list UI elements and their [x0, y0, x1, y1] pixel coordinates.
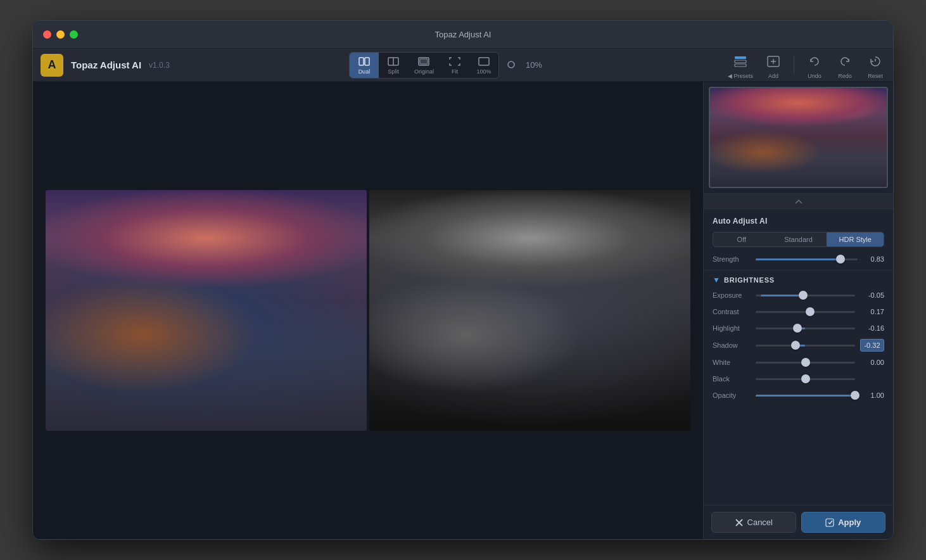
undo-button[interactable] — [804, 51, 825, 72]
apply-icon — [825, 518, 834, 527]
shadow-slider[interactable] — [756, 340, 855, 351]
brightness-title: BRIGHTNESS — [724, 276, 775, 284]
opacity-row: Opacity 1.00 — [713, 390, 884, 401]
window-controls — [43, 30, 78, 39]
shadow-label: Shadow — [713, 341, 751, 349]
app-version-label: v1.0.3 — [149, 61, 170, 70]
presets-label: ◀ Presets — [728, 73, 753, 79]
exposure-slider[interactable] — [756, 290, 855, 301]
highlight-row: Highlight -0.16 — [713, 322, 884, 334]
canvas-area — [33, 82, 703, 539]
exposure-value: -0.05 — [860, 291, 884, 299]
top-right-tools: ◀ Presets Add — [728, 51, 885, 79]
redo-tool-group: Redo — [835, 51, 855, 79]
preview-section — [704, 82, 893, 194]
redo-icon — [839, 56, 851, 67]
zoom100-icon — [478, 56, 490, 67]
presets-tool-group: ◀ Presets — [728, 51, 753, 79]
apply-button[interactable]: Apply — [801, 512, 886, 533]
panel-collapse-button[interactable] — [704, 194, 893, 209]
shadow-value: -0.32 — [860, 339, 884, 352]
white-slider[interactable] — [756, 357, 855, 368]
mode-standard-button[interactable]: Standard — [770, 232, 827, 246]
undo-icon — [809, 56, 820, 67]
maximize-button[interactable] — [70, 30, 78, 39]
split-icon — [388, 56, 399, 67]
svg-rect-9 — [735, 60, 746, 63]
app-logo: A — [41, 54, 63, 77]
image-panel-bw — [369, 190, 690, 431]
canvas-bg — [33, 82, 703, 539]
white-label: White — [713, 359, 751, 366]
presets-button[interactable] — [730, 51, 751, 72]
contrast-slider[interactable] — [756, 306, 855, 317]
svg-rect-17 — [826, 519, 834, 526]
preview-thumbnail — [709, 87, 888, 188]
black-label: Black — [713, 375, 751, 383]
reset-label: Reset — [868, 73, 883, 79]
add-icon — [767, 56, 780, 67]
view-fit-button[interactable]: Fit — [440, 53, 469, 78]
zoom-level-indicator — [507, 60, 516, 70]
brightness-collapse-icon: ▼ — [713, 276, 720, 284]
undo-label: Undo — [808, 73, 821, 79]
svg-rect-8 — [735, 56, 746, 59]
svg-rect-0 — [359, 58, 364, 65]
panel-footer: Cancel Apply — [704, 505, 893, 539]
strength-label: Strength — [713, 255, 751, 263]
fit-icon — [449, 56, 460, 67]
svg-rect-1 — [365, 58, 369, 65]
auto-adjust-title: Auto Adjust AI — [713, 217, 884, 226]
brightness-section: ▼ BRIGHTNESS Exposure -0.05 — [704, 270, 893, 411]
view-original-button[interactable]: Original — [408, 53, 440, 78]
undo-tool-group: Undo — [804, 51, 825, 79]
circle-icon — [507, 60, 516, 69]
toolbar: A Topaz Adjust AI v1.0.3 Dual Split — [33, 49, 893, 82]
image-panel-color — [46, 190, 367, 431]
view-100-button[interactable]: 100% — [469, 53, 498, 78]
close-button[interactable] — [43, 30, 51, 39]
opacity-value: 1.00 — [860, 391, 884, 399]
black-slider[interactable] — [756, 373, 855, 385]
view-dual-button[interactable]: Dual — [350, 53, 379, 78]
add-button[interactable] — [763, 51, 783, 72]
chevron-up-icon — [795, 199, 802, 204]
redo-button[interactable] — [835, 51, 855, 72]
strength-row: Strength 0.83 — [713, 253, 884, 265]
reset-icon — [870, 56, 881, 67]
reset-button[interactable] — [865, 51, 885, 72]
highlight-value: -0.16 — [860, 324, 884, 332]
main-content: Auto Adjust AI Off Standard HDR Style St… — [33, 82, 893, 539]
mode-hdr-button[interactable]: HDR Style — [827, 232, 884, 246]
strength-slider[interactable] — [756, 253, 858, 265]
opacity-label: Opacity — [713, 391, 751, 399]
cancel-icon — [735, 518, 744, 527]
mode-toggle-group: Off Standard HDR Style — [713, 232, 884, 247]
shadow-row: Shadow -0.32 — [713, 339, 884, 352]
contrast-value: 0.17 — [860, 308, 884, 315]
cancel-button[interactable]: Cancel — [711, 512, 796, 533]
app-name-label: Topaz Adjust AI — [71, 60, 141, 70]
svg-rect-10 — [735, 64, 746, 67]
black-row: Black — [713, 373, 884, 385]
view-split-button[interactable]: Split — [379, 53, 408, 78]
view-controls: Dual Split Original — [349, 52, 499, 79]
highlight-label: Highlight — [713, 324, 751, 332]
strength-value: 0.83 — [863, 255, 884, 263]
app-window: Topaz Adjust AI A Topaz Adjust AI v1.0.3… — [32, 20, 894, 540]
original-icon — [418, 56, 429, 67]
mode-off-button[interactable]: Off — [713, 232, 770, 246]
adjustments-panel[interactable]: Auto Adjust AI Off Standard HDR Style St… — [704, 209, 893, 505]
redo-label: Redo — [838, 73, 852, 79]
white-value: 0.00 — [860, 359, 884, 366]
add-tool-group: Add — [763, 51, 783, 79]
presets-icon — [734, 56, 747, 67]
exposure-row: Exposure -0.05 — [713, 290, 884, 301]
add-label: Add — [768, 73, 778, 79]
opacity-slider[interactable] — [756, 390, 855, 401]
zoom-level-label: 10% — [526, 60, 549, 70]
highlight-slider[interactable] — [756, 322, 855, 334]
svg-point-7 — [508, 61, 514, 68]
minimize-button[interactable] — [56, 30, 65, 39]
contrast-label: Contrast — [713, 308, 751, 315]
